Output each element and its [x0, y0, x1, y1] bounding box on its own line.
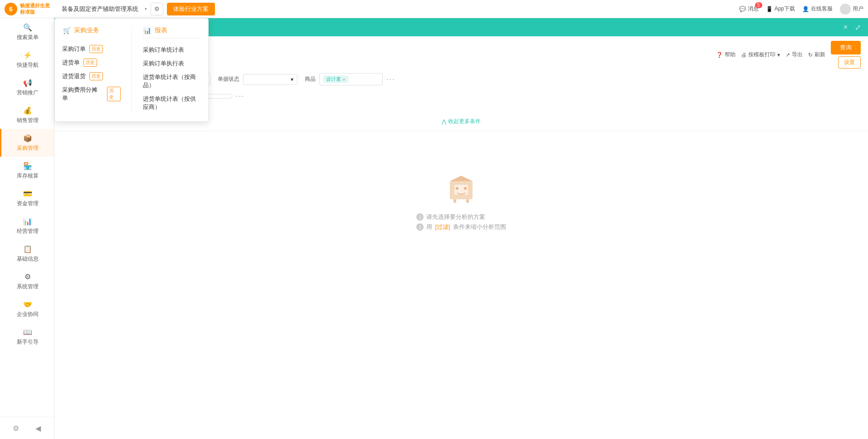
salesperson-more-button[interactable]: ··· — [236, 92, 244, 100]
online-service-button[interactable]: 👤 在线客服 — [802, 5, 833, 13]
guide-icon: 📖 — [23, 327, 32, 336]
sidebar-item-shortcut[interactable]: ⚡ 快捷导航 — [0, 46, 54, 74]
sidebar-label-purchase: 采购管理 — [17, 144, 39, 152]
sidebar: 🔍 搜索菜单 ⚡ 快捷导航 📢 营销推广 💰 销售管理 📦 采购管理 🏪 库存核… — [0, 18, 54, 439]
sidebar-item-guide[interactable]: 📖 新手引导 — [0, 323, 54, 350]
system-title: 装备及固定资产辅助管理系统 — [59, 5, 141, 13]
tab-bar-right: × ⤢ — [841, 23, 863, 32]
sidebar-label-guide: 新手引导 — [17, 338, 39, 346]
sidebar-item-system[interactable]: ⚙ 系统管理 — [0, 267, 54, 295]
system-icon: ⚙ — [23, 272, 32, 281]
industry-button[interactable]: 体验行业方案 — [167, 3, 215, 15]
sidebar-item-marketing[interactable]: 📢 营销推广 — [0, 74, 54, 101]
menu-item-label: 采购订单统计表 — [143, 46, 184, 54]
shortcut-icon: ⚡ — [23, 50, 32, 59]
history-badge-1: 历史 — [89, 45, 103, 53]
sidebar-item-enterprise[interactable]: 🤝 企业协同 — [0, 295, 54, 323]
tab-close-window-button[interactable]: × — [841, 23, 850, 32]
purchase-icon: 📦 — [23, 133, 32, 143]
purchase-dropdown: 🛒 采购业务 采购订单 历史 进货单 历史 进货退货 历史 采购费用分摊单 — [54, 18, 209, 122]
sidebar-collapse-button[interactable]: ◀ — [32, 422, 44, 434]
logo-area: 6 畅捷通好生意 标准版 — [5, 3, 59, 15]
help-icon: ❓ — [716, 52, 723, 58]
query-button[interactable]: 查询 — [831, 41, 861, 54]
menu-item-report-in-goods[interactable]: 进货单统计表（按商品） — [143, 70, 201, 92]
export-icon: ↗ — [785, 52, 790, 58]
sidebar-settings-button[interactable]: ⚙ — [10, 422, 22, 434]
settings-button[interactable]: 设置 — [838, 56, 861, 69]
svg-marker-1 — [450, 176, 473, 181]
svg-rect-5 — [454, 199, 456, 203]
message-icon: 💬 — [739, 6, 746, 12]
finance-icon: 💳 — [23, 189, 32, 198]
history-badge-3: 历史 — [89, 72, 103, 80]
menu-item-report-order-stat[interactable]: 采购订单统计表 — [143, 43, 201, 57]
collapse-button[interactable]: ⋀ 收起更多条件 — [442, 118, 481, 125]
status-filter-field: 单据状态 ▾ — [218, 74, 297, 85]
export-button[interactable]: ↗ 导出 — [785, 51, 803, 59]
basic-info-icon: 📋 — [23, 244, 32, 253]
svg-point-4 — [464, 187, 467, 190]
print-icon: 🖨 — [741, 52, 746, 58]
management-icon: 📊 — [23, 217, 32, 226]
report-column-header: 📊 报表 — [143, 26, 201, 39]
phone-icon: 📱 — [766, 6, 773, 12]
menu-item-report-order-exec[interactable]: 采购订单执行表 — [143, 57, 201, 70]
message-button[interactable]: 💬 消息 5 — [739, 5, 759, 13]
sidebar-item-basic-info[interactable]: 📋 基础信息 — [0, 240, 54, 267]
menu-item-purchase-expense[interactable]: 采购费用分摊单 历史 — [62, 83, 121, 105]
empty-text: 1 请先选择要分析的方案 2 用 [过滤] 条件来缩小分析范围 — [416, 211, 506, 233]
sidebar-item-sales[interactable]: 💰 销售管理 — [0, 101, 54, 129]
goods-tag-close[interactable]: × — [342, 77, 345, 82]
system-title-bar: 装备及固定资产辅助管理系统 ▾ ⚙ 体验行业方案 — [59, 3, 739, 15]
menu-item-label: 进货单 — [62, 59, 80, 67]
svg-rect-6 — [466, 199, 469, 203]
step1-num: 1 — [416, 213, 424, 221]
sidebar-label-management: 经营管理 — [17, 227, 39, 235]
service-icon: 👤 — [802, 6, 809, 12]
message-badge: 5 — [755, 2, 762, 8]
sidebar-label-marketing: 营销推广 — [17, 89, 39, 97]
logo-text: 畅捷通好生意 标准版 — [20, 3, 50, 15]
svg-rect-2 — [454, 185, 468, 195]
refresh-button[interactable]: ↻ 刷新 — [808, 51, 825, 59]
sidebar-label-shortcut: 快捷导航 — [17, 61, 39, 69]
svg-point-3 — [456, 187, 458, 190]
sales-icon: 💰 — [23, 106, 32, 115]
settings-icon-button[interactable]: ⚙ — [151, 3, 163, 15]
goods-more-button[interactable]: ··· — [386, 75, 395, 84]
menu-item-label: 采购订单执行表 — [143, 59, 184, 68]
menu-item-label: 进货单统计表（按商品） — [143, 73, 201, 89]
print-dropdown-icon: ▾ — [777, 52, 780, 58]
sidebar-item-search[interactable]: 🔍 搜索菜单 — [0, 18, 54, 46]
menu-item-label: 采购订单 — [62, 45, 86, 53]
purchase-column: 🛒 采购业务 采购订单 历史 进货单 历史 进货退货 历史 采购费用分摊单 — [62, 26, 121, 114]
menu-item-report-in-supplier[interactable]: 进货单统计表（按供应商） — [143, 92, 201, 114]
inventory-icon: 🏪 — [23, 161, 32, 170]
menu-item-label: 进货退货 — [62, 72, 86, 80]
menu-item-purchase-in[interactable]: 进货单 历史 — [62, 56, 121, 69]
empty-state: 1 请先选择要分析的方案 2 用 [过滤] 条件来缩小分析范围 — [54, 131, 868, 269]
sidebar-item-purchase[interactable]: 📦 采购管理 — [0, 129, 54, 157]
system-dropdown-arrow[interactable]: ▾ — [145, 6, 147, 11]
tab-expand-button[interactable]: ⤢ — [852, 23, 863, 32]
menu-item-label: 采购费用分摊单 — [62, 86, 103, 102]
goods-input[interactable]: 设计素 × — [319, 73, 383, 85]
sidebar-label-search: 搜索菜单 — [17, 34, 39, 41]
sidebar-label-basic-info: 基础信息 — [17, 255, 39, 263]
history-badge-2: 历史 — [83, 59, 97, 67]
search-icon: 🔍 — [23, 23, 32, 32]
goods-filter-field: 商品 设计素 × ··· — [305, 73, 395, 85]
dropdown-columns: 🛒 采购业务 采购订单 历史 进货单 历史 进货退货 历史 采购费用分摊单 — [62, 26, 201, 114]
menu-item-purchase-order[interactable]: 采购订单 历史 — [62, 42, 121, 56]
menu-item-purchase-return[interactable]: 进货退货 历史 — [62, 69, 121, 83]
help-button[interactable]: ❓ 帮助 — [716, 51, 736, 59]
sidebar-item-inventory[interactable]: 🏪 库存核算 — [0, 157, 54, 184]
sidebar-item-management[interactable]: 📊 经营管理 — [0, 212, 54, 240]
user-button[interactable]: 用户 — [840, 4, 863, 15]
status-select[interactable]: ▾ — [243, 74, 297, 85]
sidebar-item-finance[interactable]: 💳 资金管理 — [0, 184, 54, 212]
app-download-button[interactable]: 📱 App下载 — [766, 5, 795, 13]
print-button[interactable]: 🖨 按模板打印 ▾ — [741, 51, 780, 59]
top-bar: 6 畅捷通好生意 标准版 装备及固定资产辅助管理系统 ▾ ⚙ 体验行业方案 💬 … — [0, 0, 868, 18]
